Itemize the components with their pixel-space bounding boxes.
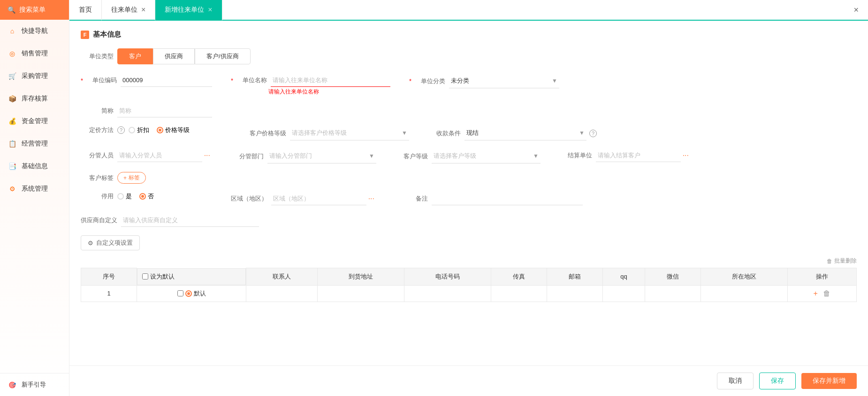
tab-home[interactable]: 首页 <box>69 0 102 20</box>
region-input[interactable] <box>271 192 366 205</box>
radio-yes[interactable]: 是 <box>117 192 132 201</box>
tab-bar: 首页 往来单位 × 新增往来单位 × × <box>69 0 868 21</box>
unit-name-input[interactable] <box>271 74 390 87</box>
row-default-radio[interactable]: 默认 <box>185 289 206 298</box>
table-row: 1 默认 <box>81 285 857 302</box>
cell-wechat <box>645 285 701 302</box>
row-add-button[interactable]: + <box>814 289 818 297</box>
operations-icon: 📋 <box>8 139 17 148</box>
batch-delete-label: 批量删除 <box>834 257 857 265</box>
btn-supplier[interactable]: 供应商 <box>153 48 195 64</box>
customer-tag-label: 客户标签 <box>81 174 114 182</box>
sidebar-item-basic-info[interactable]: 📑 基础信息 <box>0 155 69 178</box>
payment-terms-select[interactable]: 现结 ▼ <box>464 126 586 140</box>
sidebar-item-newbie[interactable]: 🎯 新手引导 <box>0 373 69 396</box>
tab-partner[interactable]: 往来单位 × <box>102 0 155 20</box>
sidebar-item-label: 系统管理 <box>22 185 48 193</box>
row-delete-button[interactable]: 🗑 <box>823 289 830 297</box>
cell-qq <box>603 285 645 302</box>
field-unit-category: * 单位分类 未分类 ▼ <box>409 74 559 88</box>
tab-new-partner-close[interactable]: × <box>208 6 212 14</box>
form-row-1: * 单位编码 * 单位名称 请输入往来单位名称 * 单位分类 未分类 ▼ <box>81 74 857 96</box>
radio-yes-label: 是 <box>126 192 132 201</box>
btn-customer-supplier[interactable]: 客户/供应商 <box>195 48 251 64</box>
sidebar-item-system[interactable]: ⚙ 系统管理 <box>0 178 69 200</box>
field-payment-terms: 收款条件 现结 ▼ ? <box>428 126 597 140</box>
region-more-button[interactable]: ··· <box>366 194 376 203</box>
btn-customer[interactable]: 客户 <box>117 48 153 64</box>
cell-action: + 🗑 <box>788 285 857 302</box>
save-button[interactable]: 保存 <box>759 373 796 389</box>
search-icon: 🔍 <box>8 6 15 14</box>
gear-icon: ⚙ <box>88 240 93 247</box>
chevron-down-icon-4: ▼ <box>369 153 374 159</box>
customer-price-level-label: 客户价格等级 <box>250 129 286 138</box>
custom-settings-button[interactable]: ⚙ 自定义项设置 <box>81 235 140 250</box>
customer-level-select[interactable]: 请选择客户等级 ▼ <box>432 149 541 163</box>
department-select[interactable]: 请输入分管部门 ▼ <box>267 149 376 163</box>
field-manager: 分管人员 ··· <box>81 149 212 162</box>
settlement-unit-input[interactable] <box>596 149 681 162</box>
customer-price-level-select[interactable]: 请选择客户价格等级 ▼ <box>290 126 409 140</box>
radio-discount[interactable]: 折扣 <box>129 126 149 134</box>
cell-address <box>318 285 404 302</box>
sidebar-item-sales[interactable]: ◎ 销售管理 <box>0 42 69 65</box>
remark-label: 备注 <box>395 194 428 203</box>
radio-circle-price-level <box>157 127 163 133</box>
unit-category-select[interactable]: 未分类 ▼ <box>449 74 559 88</box>
sidebar-item-label: 采购管理 <box>22 72 48 80</box>
unit-type-row: 单位类型 客户 供应商 客户/供应商 <box>81 48 857 64</box>
manager-label: 分管人员 <box>81 151 114 160</box>
form-row-manager: 分管人员 ··· 分管部门 请输入分管部门 ▼ 客户等级 请选择客户等级 ▼ 结… <box>81 149 857 163</box>
select-all-checkbox[interactable] <box>142 273 148 280</box>
radio-no[interactable]: 否 <box>139 192 154 201</box>
sidebar: 🔍 搜索菜单 ⌂ 快捷导航 ◎ 销售管理 🛒 采购管理 📦 库存核算 💰 资金管… <box>0 0 69 396</box>
field-unit-name: * 单位名称 请输入往来单位名称 <box>231 74 390 96</box>
delete-icon: 🗑 <box>827 258 832 264</box>
sidebar-item-operations[interactable]: 📋 经营管理 <box>0 132 69 155</box>
pricing-radio-group: 折扣 价格等级 <box>129 126 190 134</box>
sidebar-item-finance[interactable]: 💰 资金管理 <box>0 110 69 132</box>
supplier-custom-label: 供应商自定义 <box>81 216 117 225</box>
col-seq: 序号 <box>81 268 137 286</box>
row-checkbox[interactable] <box>177 290 183 296</box>
field-remark: 备注 <box>395 192 583 205</box>
payment-help-icon[interactable]: ? <box>589 130 597 137</box>
remark-input[interactable] <box>432 192 583 205</box>
pricing-help-icon[interactable]: ? <box>117 126 125 134</box>
chevron-down-icon-5: ▼ <box>533 153 539 159</box>
radio-dot-no <box>141 195 144 198</box>
unit-code-input[interactable] <box>121 74 212 87</box>
search-menu-button[interactable]: 🔍 搜索菜单 <box>0 0 69 20</box>
payment-terms-value: 现结 <box>466 129 577 137</box>
save-new-button[interactable]: 保存并新增 <box>801 373 857 389</box>
manager-input[interactable] <box>117 149 202 162</box>
cell-region <box>701 285 788 302</box>
form-row-short-name: 简称 <box>81 104 857 117</box>
row-radio-circle <box>185 290 192 297</box>
cell-fax <box>491 285 547 302</box>
batch-delete-button[interactable]: 🗑 批量删除 <box>827 257 857 265</box>
radio-dot <box>159 129 161 132</box>
short-name-input[interactable] <box>117 104 212 117</box>
main-close-button[interactable]: × <box>844 5 868 15</box>
tab-partner-close[interactable]: × <box>141 6 145 14</box>
manager-more-button[interactable]: ··· <box>202 151 212 160</box>
settlement-unit-more-button[interactable]: ··· <box>681 151 691 160</box>
customer-price-level-value: 请选择客户价格等级 <box>292 129 400 137</box>
radio-price-level[interactable]: 价格等级 <box>157 126 190 134</box>
supplier-custom-input[interactable] <box>121 214 259 227</box>
tab-new-partner[interactable]: 新增往来单位 × <box>155 0 222 20</box>
add-tag-button[interactable]: + 标签 <box>117 172 146 184</box>
chevron-down-icon: ▼ <box>552 78 557 84</box>
sidebar-item-quick-nav[interactable]: ⌂ 快捷导航 <box>0 20 69 42</box>
col-phone: 电话号码 <box>404 268 491 286</box>
sidebar-item-inventory[interactable]: 📦 库存核算 <box>0 87 69 110</box>
sidebar-item-purchase[interactable]: 🛒 采购管理 <box>0 65 69 87</box>
unit-category-value: 未分类 <box>451 77 550 85</box>
radio-discount-label: 折扣 <box>137 126 149 134</box>
cancel-button[interactable]: 取消 <box>717 373 754 389</box>
unit-code-label: 单位编码 <box>84 76 117 85</box>
tab-new-partner-label: 新增往来单位 <box>165 6 204 14</box>
chevron-down-icon-3: ▼ <box>579 130 585 136</box>
